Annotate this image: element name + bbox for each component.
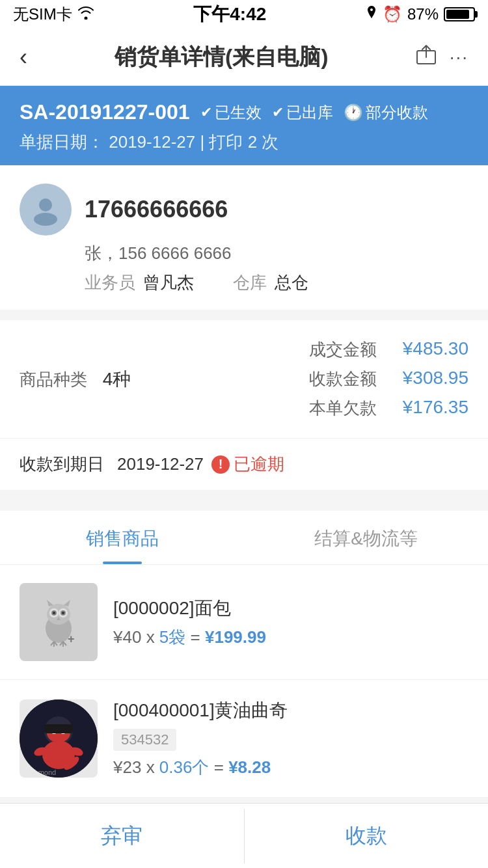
section-divider-2: [0, 490, 488, 500]
status-time: 下午4:42: [193, 2, 266, 27]
order-header: SA-20191227-001 ✔ 已生效 ✔ 已出库 🕐 部分收款 单据日期：…: [0, 86, 488, 165]
cancel-button[interactable]: 弃审: [0, 809, 245, 863]
product-round-image: diamond: [20, 699, 98, 778]
total-2: ¥8.28: [228, 757, 271, 777]
badge-effective: ✔ 已生效: [200, 102, 262, 123]
tab-settlement[interactable]: 结算&物流等: [244, 511, 488, 564]
qty-1: 5袋: [159, 627, 185, 647]
nav-bar: ‹ 销货单详情(来自电脑) ···: [0, 29, 488, 86]
location-icon: [366, 5, 377, 23]
check-icon2: ✔: [272, 104, 284, 121]
svg-text:diamond: diamond: [29, 768, 56, 776]
battery-icon: [444, 7, 475, 21]
pay-amount-label: 收款金额: [309, 368, 377, 390]
pay-amount: ¥308.95: [403, 368, 468, 390]
products-section: + [0000002]面包 ¥40 x 5袋 = ¥199.99: [0, 565, 488, 798]
badge-partial-payment: 🕐 部分收款: [344, 102, 428, 123]
status-left: 无SIM卡: [13, 4, 94, 25]
customer-name: 张，156 6666 6666: [85, 242, 468, 265]
sales-person: 曾凡杰: [143, 271, 194, 294]
alarm-icon: ⏰: [383, 5, 402, 23]
debt-label: 本单欠款: [309, 397, 377, 420]
deal-amount-row: 成交金额 ¥485.30: [309, 338, 468, 361]
category-label: 商品种类: [20, 370, 87, 389]
battery-percent: 87%: [407, 5, 439, 23]
product-thumbnail-1: +: [20, 583, 98, 661]
list-item: diamond [000400001]黄油曲奇 534532 ¥23 x 0.3…: [0, 680, 488, 798]
svg-rect-30: [44, 724, 73, 733]
customer-section: 17666666666 张，156 6666 6666 业务员 曾凡杰 仓库 总…: [0, 165, 488, 310]
summary-section: 商品种类 4种 成交金额 ¥485.30 收款金额 ¥308.95 本单欠款 ¥…: [0, 320, 488, 438]
share-icon[interactable]: [416, 44, 437, 70]
more-icon[interactable]: ···: [450, 47, 468, 68]
svg-point-12: [62, 612, 64, 614]
order-id-row: SA-20191227-001 ✔ 已生效 ✔ 已出库 🕐 部分收款: [20, 100, 468, 124]
avatar: [20, 183, 72, 236]
product-price-2: ¥23 x 0.36个 = ¥8.28: [113, 756, 468, 779]
clock-icon: 🕐: [344, 103, 363, 122]
due-date-label: 收款到期日: [20, 453, 104, 476]
svg-point-0: [370, 8, 373, 11]
svg-text:+: +: [68, 632, 75, 645]
page-title: 销货单详情(来自电脑): [115, 42, 329, 72]
back-button[interactable]: ‹: [20, 44, 27, 71]
summary-row: 商品种类 4种 成交金额 ¥485.30 收款金额 ¥308.95 本单欠款 ¥…: [20, 338, 468, 420]
due-section: 收款到期日 2019-12-27 ! 已逾期: [0, 438, 488, 490]
nav-actions: ···: [416, 44, 468, 70]
product-badge-2: 534532: [113, 729, 176, 751]
customer-row: 17666666666: [20, 183, 468, 236]
order-id: SA-20191227-001: [20, 100, 190, 124]
pay-amount-row: 收款金额 ¥308.95: [309, 368, 468, 390]
deal-amount: ¥485.30: [403, 338, 468, 361]
date-label: 单据日期：: [20, 132, 104, 152]
tab-products[interactable]: 销售商品: [0, 511, 244, 564]
owl-image: +: [20, 583, 98, 661]
order-date-row: 单据日期： 2019-12-27 | 打印 2 次: [20, 131, 468, 154]
status-right: ⏰ 87%: [366, 5, 475, 23]
total-1: ¥199.99: [205, 627, 266, 647]
product-info-2: [000400001]黄油曲奇 534532 ¥23 x 0.36个 = ¥8.…: [113, 698, 468, 779]
due-date: 2019-12-27: [117, 454, 204, 474]
warehouse: 总仓: [275, 271, 308, 294]
sales-label: 业务员: [85, 271, 135, 294]
carrier-label: 无SIM卡: [13, 4, 72, 25]
product-code-2: [000400001]黄油曲奇: [113, 698, 468, 723]
svg-point-2: [39, 198, 52, 211]
price-unit-1: ¥40: [113, 627, 141, 647]
product-info-1: [0000002]面包 ¥40 x 5袋 = ¥199.99: [113, 596, 468, 649]
customer-meta: 业务员 曾凡杰 仓库 总仓: [85, 271, 468, 294]
section-divider-1: [0, 310, 488, 320]
amount-block: 成交金额 ¥485.30 收款金额 ¥308.95 本单欠款 ¥176.35: [309, 338, 468, 420]
product-thumbnail-2: diamond: [20, 699, 98, 778]
wifi-icon: [77, 5, 94, 23]
tabs-bar: 销售商品 结算&物流等: [0, 511, 488, 565]
overdue-text: 已逾期: [234, 453, 284, 476]
debt-amount: ¥176.35: [403, 397, 468, 420]
print-info: | 打印 2 次: [200, 132, 278, 152]
badge-shipped: ✔ 已出库: [272, 102, 333, 123]
price-unit-2: ¥23: [113, 757, 141, 777]
qty-2: 0.36个: [159, 757, 210, 777]
overdue-icon: !: [211, 455, 230, 474]
svg-point-11: [53, 612, 55, 614]
check-icon: ✔: [200, 104, 212, 121]
overdue-badge: ! 已逾期: [211, 453, 284, 476]
bottom-bar: 弃审 收款: [0, 803, 488, 868]
status-bar: 无SIM卡 下午4:42 ⏰ 87%: [0, 0, 488, 29]
order-date: 2019-12-27: [109, 132, 195, 152]
customer-id: 17666666666: [85, 196, 228, 223]
product-price-1: ¥40 x 5袋 = ¥199.99: [113, 626, 468, 649]
product-code-1: [0000002]面包: [113, 596, 468, 621]
confirm-button[interactable]: 收款: [245, 809, 489, 863]
deal-amount-label: 成交金额: [309, 338, 377, 361]
category-count: 4种: [103, 369, 131, 389]
list-item: + [0000002]面包 ¥40 x 5袋 = ¥199.99: [0, 565, 488, 680]
svg-point-3: [34, 213, 57, 226]
debt-amount-row: 本单欠款 ¥176.35: [309, 397, 468, 420]
category-block: 商品种类 4种: [20, 367, 131, 392]
warehouse-label: 仓库: [233, 271, 267, 294]
